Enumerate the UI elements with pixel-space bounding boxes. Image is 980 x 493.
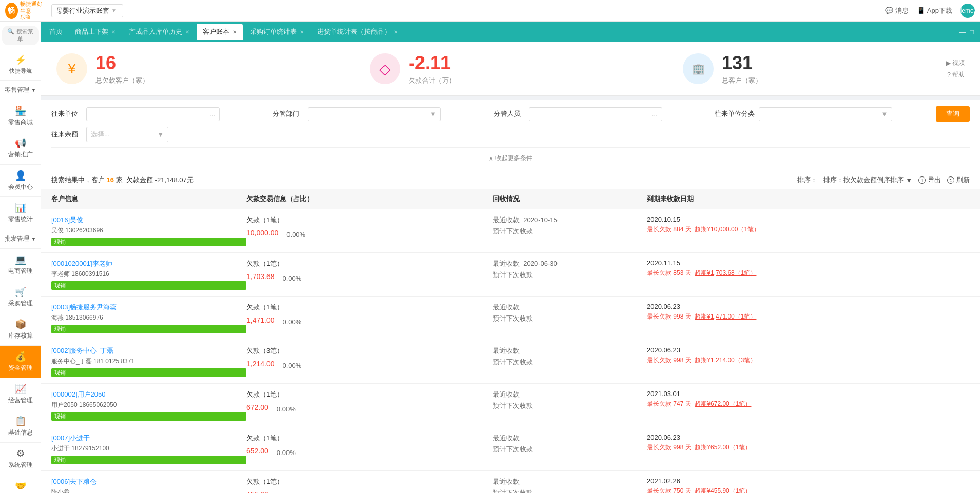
stat-info-debt: -2.11 欠款合计（万） (409, 52, 455, 85)
video-btn[interactable]: ▶ 视频 (946, 58, 965, 67)
source-unit-input[interactable]: ... (86, 107, 220, 121)
debt-amount-4: 672.00 (246, 403, 268, 411)
recovery-info-0: 最近收款 2020-10-15 预计下次收款 (493, 215, 647, 236)
filter-manager: 分管人员 ... (494, 107, 707, 121)
overdue-link-0[interactable]: 超期¥10,000.00（1笔） (695, 226, 760, 233)
tab-production[interactable]: 产成品入库单历史 ✕ (123, 24, 196, 40)
refresh-button[interactable]: ↻ 刷新 (947, 175, 970, 185)
search-menu-button[interactable]: 🔍 搜索菜单 (2, 26, 39, 45)
due-info-6: 2021.02.26 最长欠款 750 天 超期¥455.90（1笔） (647, 477, 970, 493)
recovery-info-6: 最近收款 预计下次收款 (493, 477, 647, 493)
sidebar-item-quick-nav[interactable]: ⚡ 快捷导航 (0, 49, 41, 81)
recovery-info-3: 最近收款 预计下次收款 (493, 346, 647, 367)
avatar[interactable]: demo2 (960, 4, 975, 18)
balance-select[interactable]: 选择... ▼ (86, 127, 168, 142)
sidebar-item-ecommerce[interactable]: 💻 电商管理 (0, 249, 41, 281)
debt-count-1: 欠款（1笔） (246, 259, 493, 268)
debt-percent-2: 0.00% (283, 318, 302, 326)
stat-label-debt: 欠款合计（万） (409, 76, 455, 85)
filter-unit-category: 往来单位分类 ▼ (715, 107, 928, 121)
stat-card-debt: ◇ -2.11 欠款合计（万） (354, 42, 667, 95)
tab-customer-account[interactable]: 客户账本 ✕ (197, 24, 243, 40)
sidebar-item-retail-mall[interactable]: 🏪 零售商城 (0, 100, 41, 132)
customer-name-2[interactable]: [0003]畅捷服务尹海蕊 (51, 303, 246, 312)
customer-name-0[interactable]: [0016]吴俊 (51, 215, 246, 225)
debt-info-5: 欠款（1笔） 652.00 0.00% (246, 433, 493, 457)
debt-percent-0: 0.00% (286, 231, 305, 239)
message-button[interactable]: 💬 消息 (885, 6, 909, 15)
customer-info-5: [0007]小进干 小进干 18279152100 现销 (51, 433, 246, 464)
search-icon: 🔍 (7, 28, 14, 34)
tab-products[interactable]: 商品上下架 ✕ (69, 24, 122, 40)
customer-name-3[interactable]: [0002]服务中心_丁磊 (51, 346, 246, 356)
query-button[interactable]: 查询 (936, 106, 970, 122)
customer-name-1[interactable]: [0001020001]李老师 (51, 259, 246, 268)
collapse-button[interactable]: ∧ 收起更多条件 (51, 152, 970, 165)
store-selector[interactable]: 母婴行业演示账套 ▼ (51, 4, 123, 17)
tab-window-actions: — □ (959, 28, 978, 36)
sidebar-item-retail-stats[interactable]: 📊 零售统计 (0, 197, 41, 229)
sort-dropdown[interactable]: 排序：按欠款金额倒序排序 ▼ (823, 175, 912, 185)
sidebar-item-purchase[interactable]: 🛒 采购管理 (0, 281, 41, 313)
balance-arrow: ▼ (157, 131, 164, 139)
sidebar-item-inventory[interactable]: 📦 库存核算 (0, 313, 41, 346)
export-icon: ↑ (918, 176, 926, 184)
sidebar-item-retail-mgmt[interactable]: 零售管理 ▼ (0, 81, 41, 100)
manager-input[interactable]: ... (529, 107, 662, 121)
due-info-0: 2020.10.15 最长欠款 884 天 超期¥10,000.00（1笔） (647, 215, 970, 234)
debt-amount-1: 1,703.68 (246, 272, 275, 281)
debt-info-3: 欠款（3笔） 1,214.00 0.00% (246, 346, 493, 369)
sidebar-item-members[interactable]: 👤 会员中心 (0, 165, 41, 197)
debt-count-3: 欠款（3笔） (246, 346, 493, 356)
dept-select[interactable]: ▼ (308, 107, 441, 121)
debt-count-5: 欠款（1笔） (246, 433, 493, 443)
sidebar-item-enterprise[interactable]: 🤝 企业协同 (0, 475, 41, 493)
refresh-icon: ↻ (947, 176, 954, 184)
help-btn[interactable]: ? 帮助 (947, 70, 965, 79)
sidebar-item-finance[interactable]: 💰 资金管理 (0, 346, 41, 378)
tab-goods-stats[interactable]: 进货单统计表（按商品） ✕ (311, 24, 404, 40)
app-download-button[interactable]: 📱 App下载 (917, 6, 952, 15)
page-content: ¥ 16 总欠款客户（家） ◇ -2.11 欠款合计（万） (41, 42, 980, 493)
overdue-link-1[interactable]: 超期¥1,703.68（1笔） (695, 269, 756, 277)
tab-close-production[interactable]: ✕ (185, 29, 189, 35)
customer-name-4[interactable]: [000002]用户2050 (51, 390, 246, 399)
debt-percent-5: 0.00% (277, 449, 296, 457)
sidebar-item-basic-info[interactable]: 📋 基础信息 (0, 410, 41, 443)
basic-info-icon: 📋 (15, 416, 26, 427)
dept-arrow: ▼ (430, 110, 436, 118)
debt-amount-6: 455.90 (246, 490, 268, 494)
maximize-button[interactable]: □ (970, 28, 974, 36)
logo-area: 畅 畅捷通好生意 乐商 (5, 1, 46, 20)
unit-category-select[interactable]: ▼ (759, 107, 892, 121)
tab-purchase-order[interactable]: 采购订单统计表 ✕ (244, 24, 310, 40)
table-row: [0016]吴俊 吴俊 13026203696 现销 欠款（1笔） 10,000… (41, 209, 980, 253)
overdue-link-5[interactable]: 超期¥652.00（1笔） (695, 444, 751, 451)
sidebar-item-system[interactable]: ⚙ 系统管理 (0, 443, 41, 475)
tab-close-customer-account[interactable]: ✕ (233, 29, 237, 35)
collapse-icon: ∧ (489, 155, 493, 162)
customer-name-6[interactable]: [0006]去下粮仓 (51, 477, 246, 486)
customer-info-1: [0001020001]李老师 李老师 18600391516 现销 (51, 259, 246, 290)
tab-close-products[interactable]: ✕ (111, 29, 116, 35)
overdue-link-2[interactable]: 超期¥1,471.00（1笔） (695, 313, 756, 320)
export-button[interactable]: ↑ 导出 (918, 175, 941, 185)
sidebar-search[interactable]: 🔍 搜索菜单 (0, 22, 41, 49)
overdue-link-3[interactable]: 超期¥1,214.00（3笔） (695, 357, 756, 364)
header-debt: 欠款交易信息（占比） (246, 194, 493, 204)
tab-close-purchase-order[interactable]: ✕ (300, 29, 304, 35)
customer-meta-6: 陈小希 (51, 488, 246, 493)
customer-info-6: [0006]去下粮仓 陈小希 现销 (51, 477, 246, 493)
minimize-button[interactable]: — (959, 28, 966, 36)
tab-home[interactable]: 首页 (43, 27, 69, 36)
sidebar-item-marketing[interactable]: 📢 营销推广 (0, 132, 41, 165)
customer-name-5[interactable]: [0007]小进干 (51, 433, 246, 443)
sidebar-item-operations[interactable]: 📈 经营管理 (0, 378, 41, 410)
tab-close-goods-stats[interactable]: ✕ (394, 29, 398, 35)
overdue-link-4[interactable]: 超期¥672.00（1笔） (695, 400, 751, 407)
ecommerce-icon: 💻 (15, 254, 26, 265)
overdue-link-6[interactable]: 超期¥455.90（1笔） (695, 487, 751, 493)
debt-amount-0: 10,000.00 (246, 229, 278, 237)
sidebar-item-wholesale[interactable]: 批发管理 ▼ (0, 229, 41, 249)
manager-dots: ... (652, 110, 658, 118)
